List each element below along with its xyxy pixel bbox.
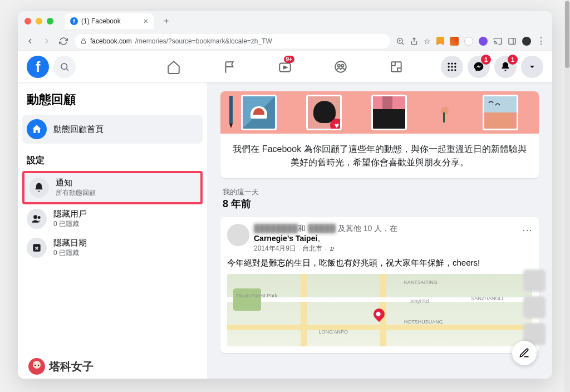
url-path: /memories/?source=bookmark&locale=zh_TW <box>135 37 272 45</box>
pencil-decoration-icon <box>224 96 240 129</box>
people-icon <box>31 213 42 224</box>
watermark: 塔科女子 <box>28 357 94 375</box>
item-icon-wrap <box>29 178 49 198</box>
friends-privacy-icon <box>329 246 336 252</box>
nav-watch[interactable]: 9+ <box>260 53 310 80</box>
tab-title: (1) Facebook <box>81 17 121 25</box>
map-label: KANTSAITING <box>404 280 438 285</box>
sidebar-home-label: 動態回顧首頁 <box>53 124 104 135</box>
extension-icon[interactable] <box>450 37 459 46</box>
item-label: 隱藏日期 <box>53 238 87 248</box>
memory-post: ████████和 █████ 及其他 10 人，在 Carnegie's Ta… <box>220 217 539 353</box>
home-icon <box>166 60 181 74</box>
browser-tab[interactable]: f (1) Facebook × <box>65 13 154 29</box>
sidebar-item-hidden-dates[interactable]: 隱藏日期 0 已隱藏 <box>22 233 203 262</box>
nav-pages[interactable] <box>204 53 254 80</box>
sidebar-item-notifications[interactable]: 通知 所有動態回顧 <box>22 171 203 204</box>
new-tab-button[interactable]: + <box>164 16 169 26</box>
svg-point-30 <box>38 365 39 366</box>
notifications-badge: 1 <box>508 55 518 65</box>
hero-banner: ♥ <box>220 91 539 134</box>
window-controls <box>24 18 53 24</box>
svg-rect-0 <box>82 41 86 43</box>
browser-menu-icon[interactable]: ⋮ <box>537 36 546 46</box>
post-date: 2014年4月9日 · 台北市 · <box>254 244 518 253</box>
compose-button[interactable] <box>512 341 537 365</box>
svg-point-13 <box>454 63 456 65</box>
svg-point-18 <box>451 69 453 71</box>
content-area: 動態回顧 動態回顧首頁 設定 通知 所有動態回顧 <box>18 82 552 379</box>
post-more-button[interactable]: ⋯ <box>522 224 532 236</box>
house-icon <box>31 124 42 135</box>
sidepanel-icon[interactable] <box>508 37 517 46</box>
main-column: ♥ 我們在 Facebook 為你回顧了這些年的動態，與你一起重溫近日的新體驗與… <box>207 82 552 379</box>
svg-point-21 <box>38 216 41 219</box>
nav-groups[interactable] <box>316 53 366 80</box>
cast-icon[interactable] <box>493 37 502 46</box>
svg-point-20 <box>33 215 37 219</box>
addressbar: facebook.com/memories/?source=bookmark&l… <box>18 31 552 51</box>
watermark-avatar-icon <box>28 357 46 375</box>
search-icon <box>60 62 70 72</box>
tagged-name-blurred: █████ <box>308 224 336 233</box>
extension-icons: ☆ ⋮ <box>396 36 546 46</box>
svg-point-29 <box>35 365 36 366</box>
forward-button[interactable] <box>41 36 52 47</box>
star-icon[interactable]: ☆ <box>424 37 431 46</box>
post-avatar[interactable] <box>227 224 249 246</box>
section-subtitle: 我的這一天 <box>223 187 537 197</box>
svg-point-14 <box>448 66 450 67</box>
menu-button[interactable] <box>441 56 463 78</box>
left-sidebar: 動態回顧 動態回顧首頁 設定 通知 所有動態回顧 <box>18 82 207 379</box>
item-sub: 所有動態回顧 <box>56 188 96 198</box>
compose-icon <box>519 347 530 359</box>
profile-avatar-icon[interactable] <box>522 37 531 46</box>
notifications-button[interactable]: 1 <box>494 56 517 78</box>
nav-gaming[interactable] <box>371 53 421 80</box>
account-button[interactable] <box>521 56 543 78</box>
svg-point-5 <box>61 63 67 70</box>
back-button[interactable] <box>24 36 36 47</box>
calendar-x-icon <box>31 242 42 253</box>
hero-text: 我們在 Facebook 為你回顧了這些年的動態，與你一起重溫近日的新體驗與美好… <box>220 134 539 178</box>
extension-icon[interactable] <box>436 37 444 46</box>
sidebar-item-hidden-users[interactable]: 隱藏用戶 0 已隱藏 <box>22 204 203 233</box>
window-minimize[interactable] <box>36 18 42 24</box>
post-map[interactable]: Da-an Forest Park LONG'ANPO KANTSAITING … <box>227 274 532 346</box>
reload-button[interactable] <box>58 36 69 47</box>
search-button[interactable] <box>53 56 76 78</box>
sidebar-settings-label: 設定 <box>22 150 203 171</box>
zoom-icon[interactable] <box>396 37 405 46</box>
svg-point-8 <box>338 65 340 67</box>
chat-contact[interactable] <box>523 296 546 318</box>
map-label: Xinyi Rd <box>410 298 429 304</box>
post-place[interactable]: Carnegie's Taipei <box>254 234 317 243</box>
extension-icon[interactable] <box>464 37 473 46</box>
item-label: 隱藏用戶 <box>53 209 87 219</box>
item-sub: 0 已隱藏 <box>53 219 87 229</box>
window-close[interactable] <box>24 18 31 24</box>
section-title: 8 年前 <box>223 197 537 210</box>
facebook-logo[interactable]: f <box>27 56 49 78</box>
facebook-favicon-icon: f <box>70 17 78 25</box>
grid-menu-icon <box>446 61 458 72</box>
post-author-line: ████████和 █████ 及其他 10 人，在 <box>254 224 518 234</box>
chat-contact[interactable] <box>523 270 546 292</box>
url-input[interactable]: facebook.com/memories/?source=bookmark&l… <box>75 34 390 48</box>
tab-close-icon[interactable]: × <box>144 17 148 26</box>
svg-marker-24 <box>229 124 233 128</box>
sidebar-home-button[interactable]: 動態回顧首頁 <box>22 115 203 144</box>
banner-photo <box>371 95 407 130</box>
watermark-text: 塔科女子 <box>49 359 94 374</box>
home-icon-wrap <box>27 119 47 139</box>
svg-point-7 <box>335 61 346 72</box>
extension-icon[interactable] <box>479 37 488 46</box>
nav-home[interactable] <box>149 53 199 80</box>
map-label: LONG'ANPO <box>318 329 348 335</box>
map-label: SANZHANGLI <box>471 296 503 301</box>
svg-point-9 <box>341 65 343 67</box>
share-icon[interactable] <box>410 37 418 45</box>
flower-decoration-icon <box>436 101 453 124</box>
window-maximize[interactable] <box>47 18 53 24</box>
messenger-button[interactable]: 1 <box>468 56 490 78</box>
